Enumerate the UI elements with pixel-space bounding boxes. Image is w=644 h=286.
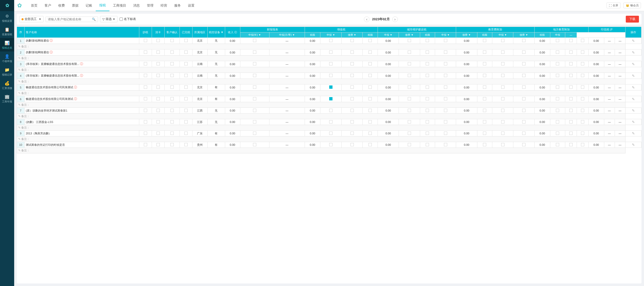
unchecked-box[interactable]: [253, 85, 256, 89]
download-button[interactable]: 下载: [626, 16, 639, 23]
unchecked-box[interactable]: [368, 62, 372, 65]
unchecked-box[interactable]: [184, 39, 188, 42]
unchecked-box[interactable]: [569, 62, 573, 65]
unchecked-box[interactable]: [444, 120, 447, 123]
unchecked-box[interactable]: [569, 143, 573, 146]
unchecked-box[interactable]: [184, 62, 188, 65]
unchecked-box[interactable]: [408, 50, 411, 54]
unchecked-box[interactable]: [408, 85, 411, 89]
unchecked-box[interactable]: [157, 120, 160, 123]
unchecked-box[interactable]: [556, 62, 559, 65]
unchecked-box[interactable]: [368, 120, 372, 123]
unchecked-box[interactable]: [408, 143, 411, 146]
nav-home[interactable]: 首页: [27, 0, 41, 11]
prev-month-button[interactable]: ‹: [364, 16, 369, 22]
unchecked-box[interactable]: [569, 132, 573, 135]
unchecked-box[interactable]: [170, 143, 174, 146]
edit-icon[interactable]: ✎: [632, 74, 635, 78]
sidebar-item-gongshangnianbao[interactable]: 🏢 工商年报: [0, 92, 14, 105]
unchecked-box[interactable]: [350, 109, 354, 112]
unchecked-box[interactable]: [426, 132, 429, 135]
unchecked-box[interactable]: [501, 39, 504, 42]
unchecked-box[interactable]: [569, 74, 573, 77]
unchecked-box[interactable]: [368, 132, 372, 135]
unchecked-box[interactable]: [368, 74, 372, 77]
edit-icon[interactable]: ✎: [632, 97, 635, 101]
unchecked-box[interactable]: [556, 120, 559, 123]
unchecked-box[interactable]: [350, 132, 354, 135]
sidebar-item-baoshuizonglan[interactable]: 📊 报税总览: [0, 38, 14, 51]
nav-invoice[interactable]: 票据: [68, 0, 82, 11]
unchecked-box[interactable]: [144, 109, 147, 112]
unchecked-box[interactable]: [368, 39, 372, 42]
unchecked-box[interactable]: [408, 74, 411, 77]
unchecked-box[interactable]: [368, 97, 372, 100]
unchecked-box[interactable]: [184, 74, 188, 77]
unchecked-box[interactable]: [426, 50, 429, 54]
unchecked-box[interactable]: [581, 120, 584, 123]
unchecked-box[interactable]: [170, 85, 174, 89]
unchecked-box[interactable]: [408, 120, 411, 123]
unchecked-box[interactable]: [368, 109, 372, 112]
nav-billing[interactable]: 收费: [55, 0, 68, 11]
unchecked-box[interactable]: [184, 120, 188, 123]
unchecked-box[interactable]: [556, 39, 559, 42]
nav-tax[interactable]: 报税: [96, 0, 109, 11]
unchecked-box[interactable]: [522, 132, 525, 135]
unchecked-box[interactable]: [144, 132, 147, 135]
unchecked-box[interactable]: [408, 132, 411, 135]
unchecked-box[interactable]: [144, 62, 147, 65]
edit-icon[interactable]: ✎: [632, 50, 635, 55]
edit-icon[interactable]: ✎: [632, 62, 635, 66]
unchecked-box[interactable]: [170, 50, 174, 54]
unchecked-box[interactable]: [157, 74, 160, 77]
unchecked-box[interactable]: [426, 120, 429, 123]
unchecked-box[interactable]: [426, 109, 429, 112]
unchecked-box[interactable]: [170, 109, 174, 112]
unchecked-box[interactable]: [329, 132, 333, 135]
unchecked-box[interactable]: [426, 39, 429, 42]
unchecked-box[interactable]: [350, 85, 354, 89]
unchecked-box[interactable]: [144, 50, 147, 54]
search-input[interactable]: [48, 17, 91, 21]
unchecked-box[interactable]: [368, 85, 372, 89]
unchecked-box[interactable]: [581, 132, 584, 135]
unchecked-box[interactable]: [569, 50, 573, 54]
edit-icon[interactable]: ✎: [632, 120, 635, 124]
unchecked-box[interactable]: [253, 74, 256, 77]
unchecked-box[interactable]: [170, 39, 174, 42]
unchecked-box[interactable]: [350, 62, 354, 65]
unchecked-box[interactable]: [501, 132, 504, 135]
unchecked-box[interactable]: [329, 50, 333, 54]
unchecked-box[interactable]: [350, 97, 354, 100]
unchecked-box[interactable]: [444, 109, 447, 112]
unchecked-box[interactable]: [581, 85, 584, 89]
unchecked-box[interactable]: [556, 143, 559, 146]
unchecked-box[interactable]: [144, 120, 147, 123]
unchecked-box[interactable]: [329, 143, 333, 146]
unchecked-box[interactable]: [501, 109, 504, 112]
unchecked-box[interactable]: [157, 109, 160, 112]
unchecked-box[interactable]: [170, 62, 174, 65]
employee-filter[interactable]: 全部员工 ▼: [19, 16, 44, 22]
unchecked-box[interactable]: [184, 143, 188, 146]
unchecked-box[interactable]: [350, 39, 354, 42]
unchecked-box[interactable]: [581, 50, 584, 54]
unchecked-box[interactable]: [408, 109, 411, 112]
unchecked-box[interactable]: [170, 97, 174, 100]
unchecked-box[interactable]: [581, 97, 584, 100]
edit-icon[interactable]: ✎: [632, 143, 635, 147]
unchecked-box[interactable]: [157, 85, 160, 89]
unchecked-box[interactable]: [253, 50, 256, 54]
unchecked-box[interactable]: [522, 97, 525, 100]
member-button[interactable]: 👑 畅会员: [623, 3, 641, 8]
unchecked-box[interactable]: [253, 143, 256, 146]
next-month-button[interactable]: ›: [392, 16, 398, 22]
fullscreen-button[interactable]: ⛶ 全屏: [607, 3, 620, 8]
named-checkbox-label[interactable]: 名下标表: [120, 17, 136, 21]
edit-icon[interactable]: ✎: [632, 85, 635, 90]
unchecked-box[interactable]: [184, 85, 188, 89]
edit-icon[interactable]: ✎: [632, 109, 635, 113]
unchecked-box[interactable]: [483, 74, 486, 77]
unchecked-box[interactable]: [501, 62, 504, 65]
